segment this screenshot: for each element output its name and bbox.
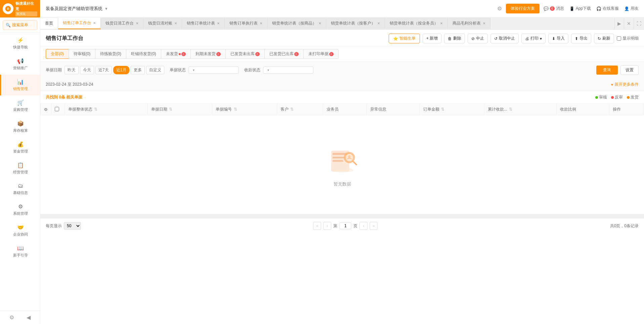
tab-scroll-right[interactable]: ▶ xyxy=(614,18,624,29)
tab-sales-stat-close[interactable]: ✕ xyxy=(217,22,220,25)
message-action[interactable]: 💬 6 消息 xyxy=(544,6,564,11)
filter-tab-not-printed[interactable]: 未打印单据0 xyxy=(303,49,339,59)
phone-icon: 📱 xyxy=(569,6,574,11)
tab-sales-stat[interactable]: 销售订单统计表 ✕ xyxy=(182,18,225,29)
sidebar-item-sales[interactable]: 📊 销售管理 xyxy=(0,75,40,95)
tab-returns-stat-product[interactable]: 销货单统计表（按商品） ✕ xyxy=(267,18,326,29)
show-detail-checkbox[interactable] xyxy=(617,36,621,41)
review-op-button[interactable]: 审核 xyxy=(595,94,607,100)
tab-returns-stat-staff[interactable]: 销货单统计表（按业务员） ✕ xyxy=(385,18,448,29)
tab-home[interactable]: 首页 xyxy=(40,18,58,29)
tab-cash-daily[interactable]: 钱货日清工作台 ✕ xyxy=(101,18,143,29)
filter-tab-shipped-out[interactable]: 已发货已出库0 xyxy=(264,49,303,59)
tab-returns-stat-customer-close[interactable]: ✕ xyxy=(377,22,380,25)
filter-tab-not-shipped[interactable]: 未发货0 xyxy=(161,49,190,59)
settings-bottom-button[interactable]: ⚙ xyxy=(9,314,14,321)
industry-btn[interactable]: 体验行业方案 xyxy=(506,4,540,13)
ai-generate-button[interactable]: ⭐ 智能生单 xyxy=(389,34,420,43)
stop-button[interactable]: ⊘ 中止 xyxy=(468,34,488,43)
ship-op-button[interactable]: 发货 xyxy=(627,94,639,100)
col-number-sort[interactable]: ⇅ xyxy=(234,107,237,112)
show-detail-checkbox-label[interactable]: 显示明细 xyxy=(617,36,639,41)
next-page-button[interactable]: › xyxy=(359,222,368,230)
page-suffix: 页 xyxy=(353,223,357,229)
date-btn-more[interactable]: 更多 xyxy=(131,66,145,74)
tab-sales-order-close[interactable]: ✕ xyxy=(93,21,96,25)
tab-cash-reconcile-close[interactable]: ✕ xyxy=(174,22,177,25)
sidebar-item-finance[interactable]: 💰 资金管理 xyxy=(0,137,40,158)
online-service-action[interactable]: 🎧 在线客服 xyxy=(596,6,619,11)
last-page-button[interactable]: » xyxy=(370,222,378,230)
horizontal-scrollbar[interactable] xyxy=(40,214,644,218)
app-download-action[interactable]: 📱 App下载 xyxy=(569,6,591,11)
tab-returns-stat-customer[interactable]: 销货单统计表（按客户） ✕ xyxy=(326,18,385,29)
cancel-stop-button[interactable]: ↺ 取消中止 xyxy=(490,34,519,43)
col-received: 累计收款... ⇅ xyxy=(484,104,556,115)
sidebar-item-quick-nav[interactable]: ⚡ 快捷导航 xyxy=(0,33,40,54)
system-dropdown-icon[interactable]: ▾ xyxy=(105,6,108,11)
export-button[interactable]: ⬆ 导出 xyxy=(571,34,591,43)
tab-sales-exec-close[interactable]: ✕ xyxy=(260,22,262,25)
date-btn-yesterday[interactable]: 昨天 xyxy=(65,66,79,74)
prev-page-button[interactable]: ‹ xyxy=(323,222,331,230)
sidebar-item-enterprise[interactable]: 🤝 企业协同 xyxy=(0,220,40,241)
delete-button[interactable]: 🗑 删除 xyxy=(444,34,465,43)
tab-fullscreen[interactable]: ⛶ xyxy=(634,18,644,29)
date-btn-custom[interactable]: 自定义 xyxy=(146,66,164,74)
date-btn-today[interactable]: 今天 xyxy=(80,66,94,74)
tab-sales-order[interactable]: 销售订单工作台 ✕ xyxy=(58,17,101,29)
tab-cash-daily-close[interactable]: ✕ xyxy=(136,22,138,25)
col-received-sort[interactable]: ⇅ xyxy=(509,107,512,112)
sidebar-item-operations[interactable]: 📋 经营管理 xyxy=(0,158,40,179)
col-customer-sort[interactable]: ⇅ xyxy=(290,107,294,112)
tab-returns-stat-product-close[interactable]: ✕ xyxy=(318,22,321,25)
col-status-sort[interactable]: ⇅ xyxy=(94,107,97,112)
tab-close-all[interactable]: ✕ xyxy=(624,18,634,29)
filter-tab-all[interactable]: 全部(0) xyxy=(46,49,69,59)
tab-margin-analysis[interactable]: 商品毛利分析表 ✕ xyxy=(448,18,490,29)
select-all-checkbox[interactable] xyxy=(55,107,59,111)
sidebar-item-guide[interactable]: 📖 新手引导 xyxy=(0,241,40,262)
payment-select[interactable]: ▾ xyxy=(263,67,313,74)
sidebar-item-inventory[interactable]: 📦 库存核算 xyxy=(0,116,40,137)
search-menu-button[interactable]: 🔍 搜索菜单 xyxy=(3,20,37,30)
tab-sales-stat-label: 销售订单统计表 xyxy=(187,21,215,26)
status-select[interactable]: ▾ xyxy=(188,67,239,74)
sidebar-item-basic-info[interactable]: 🗂 基础信息 xyxy=(0,179,40,199)
tab-sales-exec[interactable]: 销售订单执行表 ✕ xyxy=(225,18,267,29)
expand-conditions-button[interactable]: ▾ 展开更多条件 xyxy=(611,82,639,87)
table-operations: 审核 反审 发货 xyxy=(595,94,639,100)
col-amount-sort[interactable]: ⇅ xyxy=(441,107,444,112)
anti-review-op-button[interactable]: 反审 xyxy=(611,94,623,100)
filter-settings-button[interactable]: 设置 xyxy=(620,65,639,75)
table-gear-col[interactable]: ⚙ xyxy=(41,104,51,115)
first-page-button[interactable]: « xyxy=(313,222,321,230)
query-button[interactable]: 查询 xyxy=(596,66,618,75)
sidebar-item-purchase[interactable]: 🛒 采购管理 xyxy=(0,95,40,116)
filter-tab-pending-review[interactable]: 待审核(0) xyxy=(69,49,95,59)
tab-returns-stat-staff-close[interactable]: ✕ xyxy=(440,22,443,25)
sidebar-item-marketing[interactable]: 📢 营销推广 xyxy=(0,54,40,75)
not-shipped-dot xyxy=(179,53,181,55)
per-page-select[interactable]: 20 50 100 xyxy=(64,222,81,230)
user-action[interactable]: 👤 用友 xyxy=(624,6,639,11)
purchase-icon: 🛒 xyxy=(17,99,24,106)
print-button[interactable]: 🖨 打印 ▾ xyxy=(521,34,546,43)
page-input[interactable] xyxy=(339,222,351,229)
date-btn-7days[interactable]: 近7天 xyxy=(95,66,112,74)
import-button[interactable]: ⬇ 导入 xyxy=(548,34,568,43)
collapse-sidebar-button[interactable]: ◀ xyxy=(27,314,31,321)
filter-tab-shipped-not-out[interactable]: 已发货未出库0 xyxy=(225,49,264,59)
sidebar-nav: ⚡ 快捷导航 📢 营销推广 📊 销售管理 🛒 采购管理 📦 库存核算 💰 资金管… xyxy=(0,33,40,311)
date-btn-1month[interactable]: 近1月 xyxy=(113,66,130,74)
tab-cash-reconcile[interactable]: 钱货日清对账 ✕ xyxy=(143,18,182,29)
filter-tab-overdue-not-shipped[interactable]: 到期未发货0 xyxy=(190,49,225,59)
filter-tab-wangpu-deliver[interactable]: 旺铺待发货(0) xyxy=(126,49,161,59)
filter-tab-pending-inspect[interactable]: 待拣验货(0) xyxy=(95,49,126,59)
sidebar-item-system[interactable]: ⚙ 系统管理 xyxy=(0,199,40,220)
tab-margin-analysis-close[interactable]: ✕ xyxy=(483,22,485,25)
col-date-sort[interactable]: ⇅ xyxy=(169,107,172,112)
add-button[interactable]: + 新增 xyxy=(423,34,441,43)
header-gear-icon[interactable]: ⚙ xyxy=(497,5,502,12)
refresh-button[interactable]: ↻ 刷新 xyxy=(594,34,614,43)
